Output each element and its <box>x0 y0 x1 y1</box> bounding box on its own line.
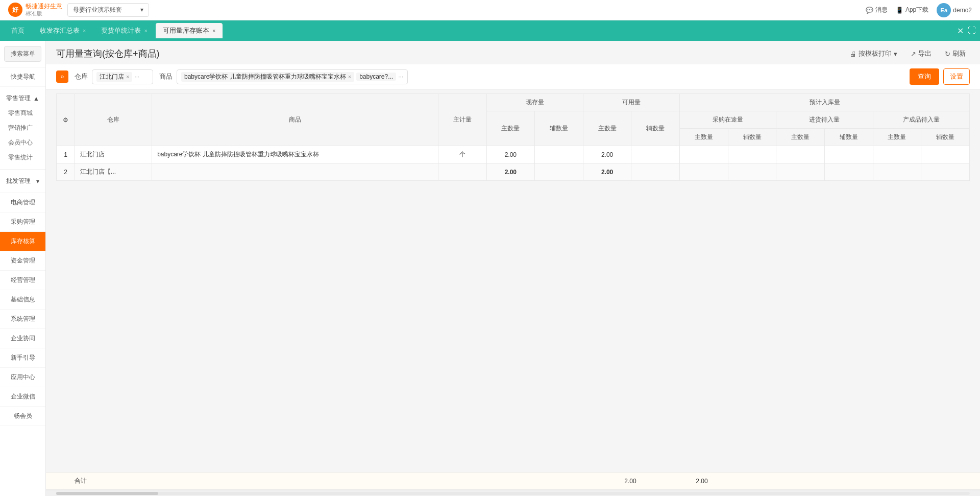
footer-table: 合计 2.00 2.00 <box>56 477 970 485</box>
product-more[interactable]: ··· <box>398 73 403 80</box>
settings-btn[interactable]: 设置 <box>943 68 970 85</box>
product-label: 商品 <box>159 72 173 81</box>
tab-available-inventory-close[interactable]: × <box>212 28 215 34</box>
avatar-text: Ea <box>941 7 947 13</box>
app-download-btn[interactable]: 📱 App下载 <box>896 6 928 14</box>
data-table: ⚙ 仓库 商品 主计量 现存量 可用量 预计入库量 主数量 辅数量 主数量 辅数… <box>56 93 970 181</box>
tab-order-stats-close[interactable]: × <box>144 28 147 34</box>
sidebar-item-wechat-biz[interactable]: 企业微信 <box>0 387 45 407</box>
sidebar-item-inventory[interactable]: 库存核算 <box>0 232 45 251</box>
th-pur-transit-main: 主数量 <box>680 129 728 146</box>
tab-receive-summary-close[interactable]: × <box>83 28 86 34</box>
sidebar: 搜索菜单 快捷导航 零售管理 ▲ 零售商城 营销推广 会员中心 零售统计 批发管… <box>0 41 46 496</box>
close-all-tabs-btn[interactable]: ✕ <box>957 26 964 36</box>
tab-available-inventory-label: 可用量库存账本 <box>163 26 209 35</box>
tab-receive-summary[interactable]: 收发存汇总表 × <box>33 23 93 38</box>
row-prod-in-aux-1 <box>921 146 970 163</box>
page-title: 可用量查询(按仓库+商品) <box>56 48 160 60</box>
product-input[interactable]: babycare学饮杯 儿童防摔防撞吸管杯重力球吸嘴杯宝宝水杯 × babyca… <box>177 69 408 84</box>
scrollbar-thumb[interactable] <box>56 492 158 495</box>
sidebar-item-member-center[interactable]: 会员中心 <box>4 135 41 150</box>
tab-home-label: 首页 <box>11 26 24 35</box>
row-prod-in-main-2 <box>873 163 921 181</box>
sidebar-item-member[interactable]: 畅会员 <box>0 407 45 426</box>
tab-bar-actions: ✕ ⛶ <box>957 26 976 36</box>
tab-receive-summary-label: 收发存汇总表 <box>40 26 80 35</box>
horizontal-scrollbar[interactable] <box>46 490 980 496</box>
filter-expand-btn[interactable]: » <box>56 70 68 83</box>
refresh-btn[interactable]: ↻ 刷新 <box>941 47 970 60</box>
sidebar-item-retail-stats[interactable]: 零售统计 <box>4 150 41 165</box>
main-layout: 搜索菜单 快捷导航 零售管理 ▲ 零售商城 营销推广 会员中心 零售统计 批发管… <box>0 41 980 496</box>
tab-available-inventory[interactable]: 可用量库存账本 × <box>156 23 223 38</box>
refresh-label: 刷新 <box>952 49 966 58</box>
warehouse-tag-remove[interactable]: × <box>126 74 129 80</box>
th-forecast-group: 预计入库量 <box>680 94 970 111</box>
sidebar-item-operations[interactable]: 经营管理 <box>0 271 45 290</box>
th-settings[interactable]: ⚙ <box>57 94 75 146</box>
tab-order-stats[interactable]: 要货单统计表 × <box>94 23 154 38</box>
query-btn[interactable]: 查询 <box>910 68 939 85</box>
table-row: 2 江北门店【... 2.00 2.00 <box>57 163 970 181</box>
message-icon: 💬 <box>866 7 873 14</box>
fullscreen-btn[interactable]: ⛶ <box>968 26 976 36</box>
filter-product: 商品 babycare学饮杯 儿童防摔防撞吸管杯重力球吸嘴杯宝宝水杯 × bab… <box>159 69 408 84</box>
scrollbar-track <box>56 492 970 495</box>
th-prod-in-aux: 辅数量 <box>921 129 970 146</box>
th-goods-in-aux: 辅数量 <box>824 129 873 146</box>
row-avail-aux-1 <box>631 146 680 163</box>
row-unit-2 <box>438 163 486 181</box>
logo-icon: 好 <box>8 3 22 17</box>
sidebar-item-purchase-mgmt[interactable]: 采购管理 <box>0 212 45 232</box>
sidebar-retail-label: 零售管理 <box>6 94 31 103</box>
content-area: 可用量查询(按仓库+商品) 🖨 按模板打印 ▾ ↗ 导出 ↻ 刷新 » <box>46 41 980 496</box>
warehouse-more[interactable]: ··· <box>134 73 139 80</box>
avatar: Ea <box>937 3 951 17</box>
sidebar-item-marketing[interactable]: 营销推广 <box>4 121 41 135</box>
refresh-icon: ↻ <box>945 50 950 58</box>
sidebar-item-quick-nav[interactable]: 快捷导航 <box>0 67 45 87</box>
row-pur-transit-aux-1 <box>728 146 776 163</box>
tab-home[interactable]: 首页 <box>4 23 32 38</box>
chevron-down-icon: ▾ <box>140 6 143 13</box>
export-icon: ↗ <box>911 50 916 58</box>
tab-order-stats-label: 要货单统计表 <box>101 26 141 35</box>
row-prod-in-main-1 <box>873 146 921 163</box>
tenant-selector[interactable]: 母婴行业演示账套 ▾ <box>67 3 149 17</box>
table-container: ⚙ 仓库 商品 主计量 现存量 可用量 预计入库量 主数量 辅数量 主数量 辅数… <box>46 93 980 472</box>
th-prod-in-main: 主数量 <box>873 129 921 146</box>
sidebar-item-retail-mgmt[interactable]: 零售管理 ▲ <box>4 91 41 106</box>
warehouse-input[interactable]: 江北门店 × ··· <box>92 69 153 84</box>
logo-sub: 标准版 <box>26 10 62 17</box>
print-template-btn[interactable]: 🖨 按模板打印 ▾ <box>846 47 901 60</box>
user-area[interactable]: Ea demo2 <box>937 3 972 17</box>
tenant-name: 母婴行业演示账套 <box>73 6 122 14</box>
sidebar-search-btn[interactable]: 搜索菜单 <box>4 46 41 62</box>
row-unit-1: 个 <box>438 146 486 163</box>
sidebar-item-app-center[interactable]: 应用中心 <box>0 368 45 387</box>
sidebar-item-new-guide[interactable]: 新手引导 <box>0 348 45 368</box>
th-stock-aux: 辅数量 <box>535 111 583 146</box>
export-btn[interactable]: ↗ 导出 <box>906 47 936 60</box>
sidebar-item-retail-mall[interactable]: 零售商城 <box>4 106 41 121</box>
sidebar-item-system-mgmt[interactable]: 系统管理 <box>0 310 45 329</box>
sidebar-item-finance[interactable]: 资金管理 <box>0 251 45 271</box>
top-bar: 好 畅捷通好生意 标准版 母婴行业演示账套 ▾ 💬 消息 📱 App下载 Ea … <box>0 0 980 20</box>
product-tag1-remove[interactable]: × <box>348 74 351 80</box>
sidebar-item-enterprise-collab[interactable]: 企业协同 <box>0 329 45 348</box>
footer-empty-unit <box>582 477 612 485</box>
row-goods-in-main-1 <box>776 146 825 163</box>
sidebar-item-basic-info[interactable]: 基础信息 <box>0 290 45 310</box>
message-btn[interactable]: 💬 消息 <box>866 6 888 14</box>
row-stock-main-1: 2.00 <box>486 146 535 163</box>
row-pur-transit-main-1 <box>680 146 728 163</box>
sidebar-search: 搜索菜单 <box>0 41 45 67</box>
sidebar-item-ecommerce[interactable]: 电商管理 <box>0 193 45 212</box>
sidebar-item-wholesale-mgmt[interactable]: 批发管理 ▾ <box>4 174 41 188</box>
product-tag1-text: babycare学饮杯 儿童防摔防撞吸管杯重力球吸嘴杯宝宝水杯 <box>184 73 346 81</box>
warehouse-tag: 江北门店 × <box>96 72 132 82</box>
th-purchase-transit: 采购在途量 <box>680 111 776 129</box>
row-num-1: 1 <box>57 146 75 163</box>
product-tag1: babycare学饮杯 儿童防摔防撞吸管杯重力球吸嘴杯宝宝水杯 × <box>181 72 354 82</box>
sidebar-section-wholesale: 批发管理 ▾ <box>0 170 45 193</box>
